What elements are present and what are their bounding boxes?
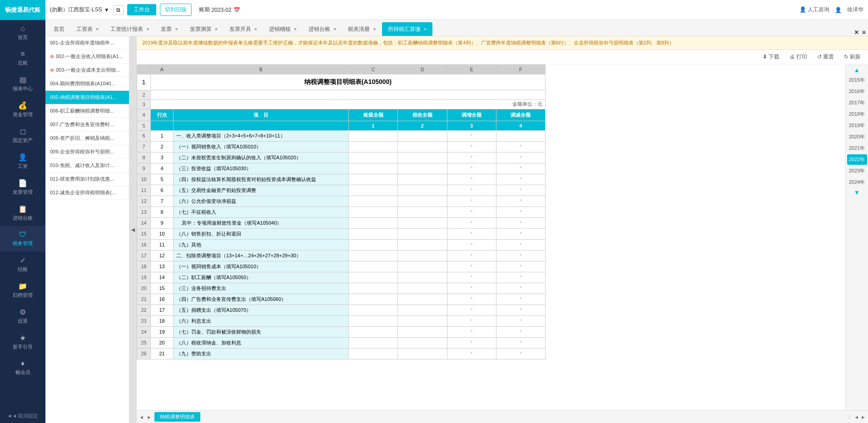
data-item-name[interactable]: （七）不征税收入 — [174, 207, 349, 217]
data-v2[interactable] — [398, 305, 447, 315]
sidebar-item-closing[interactable]: ✓ 结账 — [0, 251, 45, 277]
data-v3[interactable]: * — [447, 272, 496, 283]
data-v2[interactable] — [398, 337, 447, 348]
data-v2[interactable] — [398, 250, 447, 261]
data-v2[interactable] — [398, 283, 447, 294]
left-item-001[interactable]: 001-企业所得税年度纳税申... — [45, 36, 129, 50]
sidebar-item-assets[interactable]: ◻ 固定资产 — [0, 123, 45, 148]
data-v3[interactable]: * — [447, 141, 496, 152]
tab-close-icon[interactable]: × — [294, 27, 297, 32]
data-v3[interactable]: * — [447, 315, 496, 326]
data-item-name[interactable]: 二、扣除类调整项目（13+14+…24+26+27+28+29+30） — [174, 250, 349, 261]
help-button[interactable]: 👤 人工咨询 — [799, 6, 829, 14]
data-item-name[interactable]: （四）广告费和业务宣传费支出（填写A105060） — [174, 294, 349, 305]
year-nav-up[interactable]: ▲ — [851, 65, 863, 74]
data-v1[interactable] — [349, 207, 398, 217]
data-item-name[interactable]: （八）销售折扣、折让和退回 — [174, 228, 349, 239]
year-item-2022[interactable]: 2022年 — [847, 154, 867, 165]
reset-button[interactable]: ↺ 重置 — [814, 52, 837, 62]
scroll-left-btn[interactable]: ◄ — [854, 414, 859, 420]
data-v4[interactable]: * — [496, 141, 545, 152]
sidebar-item-reports[interactable]: ▤ 报表中心 — [0, 71, 45, 97]
unpin-button[interactable]: ◄◄ 取消固定 — [0, 409, 45, 423]
data-v3[interactable]: * — [447, 283, 496, 294]
data-item-name[interactable]: （一）视同销售成本（填写A105010） — [174, 261, 349, 272]
data-v1[interactable] — [349, 315, 398, 326]
data-v4[interactable]: * — [496, 337, 545, 348]
data-v1[interactable] — [349, 294, 398, 305]
print-button[interactable]: 🖨 打印 — [787, 52, 810, 62]
left-item-007[interactable]: 007-广告费和业务宣传费时... — [45, 118, 129, 132]
data-item-name[interactable]: （三）业务招待费支出 — [174, 283, 349, 294]
data-v4[interactable]: * — [496, 272, 545, 283]
data-v3[interactable]: * — [447, 250, 496, 261]
data-v4[interactable]: * — [496, 196, 545, 207]
data-v4[interactable]: * — [496, 163, 545, 174]
data-v1[interactable] — [349, 152, 398, 163]
data-v1[interactable] — [349, 185, 398, 196]
refresh-button[interactable]: ↻ 刷新 — [841, 52, 863, 62]
left-item-012[interactable]: 012-减免企业所得税明细表(... — [45, 186, 129, 200]
sidebar-item-finance[interactable]: 💰 资金管理 — [0, 97, 45, 123]
data-item-name[interactable]: （一）视同销售收入（填写A105010） — [174, 141, 349, 152]
workbench-button[interactable]: 工作台 — [127, 4, 156, 15]
sidebar-item-purchase-sales[interactable]: 📋 进销台账 — [0, 200, 45, 226]
data-item-name[interactable]: 一、收入类调整项目（2+3+4+5+6+7+8+10+11） — [174, 130, 349, 141]
sidebar-item-ledger[interactable]: ≡ 总账 — [0, 45, 45, 71]
data-v3[interactable]: * — [447, 348, 496, 359]
tab-close-icon[interactable]: × — [254, 27, 257, 32]
download-button[interactable]: ⬇ 下载 — [760, 52, 782, 62]
data-v3[interactable]: * — [447, 337, 496, 348]
data-v4[interactable]: * — [496, 315, 545, 326]
data-v1[interactable] — [349, 174, 398, 185]
data-item-name[interactable]: 其中：专项用途财政性资金（填写A105040） — [174, 217, 349, 228]
tab-close-icon[interactable]: × — [424, 27, 427, 32]
data-v4[interactable]: * — [496, 326, 545, 337]
data-v4[interactable]: * — [496, 348, 545, 359]
year-item-2018[interactable]: 2018年 — [847, 109, 867, 119]
tab-tax-forms[interactable]: 税表清册 × — [342, 22, 382, 36]
year-item-2021[interactable]: 2021年 — [847, 143, 867, 153]
data-v2[interactable] — [398, 185, 447, 196]
data-v4[interactable]: * — [496, 239, 545, 250]
year-nav-down[interactable]: ▼ — [851, 188, 863, 197]
tab-income-tax[interactable]: 所得税汇算缴 × — [382, 22, 432, 36]
data-v1[interactable] — [349, 261, 398, 272]
scroll-right-btn[interactable]: ► — [861, 414, 866, 420]
data-v3[interactable]: * — [447, 261, 496, 272]
company-selector[interactable]: (勿删）江西股宝-LSS ▼ — [50, 6, 109, 14]
tab-payroll-stats[interactable]: 工资统计报表 × — [104, 22, 155, 36]
data-v1[interactable] — [349, 130, 398, 141]
sheet-main[interactable]: A B C D E F 1 纳税调整项目明细表(A105000) — [137, 64, 845, 411]
data-v4[interactable]: * — [496, 250, 545, 261]
data-v4[interactable]: * — [496, 207, 545, 217]
data-v1[interactable] — [349, 141, 398, 152]
year-item-2015[interactable]: 2015年 — [847, 75, 867, 85]
data-v2[interactable] — [398, 261, 447, 272]
year-item-2016[interactable]: 2016年 — [847, 86, 867, 97]
data-v2[interactable] — [398, 207, 447, 217]
sidebar-item-tax[interactable]: 🛡 税务管理 — [0, 226, 45, 251]
data-v1[interactable] — [349, 283, 398, 294]
data-item-name[interactable]: （二）职工薪酬（填写A105050） — [174, 272, 349, 283]
data-v2[interactable] — [398, 228, 447, 239]
tab-close-icon[interactable]: × — [175, 27, 178, 32]
data-v4[interactable]: * — [496, 283, 545, 294]
data-item-name[interactable]: （二）未按权责发生制原则确认的收入（填写A105020） — [174, 152, 349, 163]
data-item-name[interactable]: （四）按权益法核算长期股权投资对初始投资成本调整确认收益 — [174, 174, 349, 185]
data-v1[interactable] — [349, 239, 398, 250]
menu-icon[interactable]: ≡ — [862, 29, 866, 36]
close-all-icon[interactable]: ✕ — [854, 29, 859, 36]
data-v3[interactable]: * — [447, 196, 496, 207]
year-item-2023[interactable]: 2023年 — [847, 166, 867, 176]
data-item-name[interactable]: （七）罚金、罚款和被没收财物的损失 — [174, 326, 349, 337]
data-v1[interactable] — [349, 196, 398, 207]
collapse-button[interactable]: ◄ — [129, 36, 137, 423]
year-item-2019[interactable]: 2019年 — [847, 120, 867, 131]
left-item-003[interactable]: ⊗003-一般企业成本支出明细... — [45, 64, 129, 77]
data-item-name[interactable]: （九）赞助支出 — [174, 348, 349, 359]
data-v3[interactable]: * — [447, 163, 496, 174]
data-v2[interactable] — [398, 152, 447, 163]
data-item-name[interactable]: （五）交易性金融资产初始投资调整 — [174, 185, 349, 196]
data-v2[interactable] — [398, 217, 447, 228]
